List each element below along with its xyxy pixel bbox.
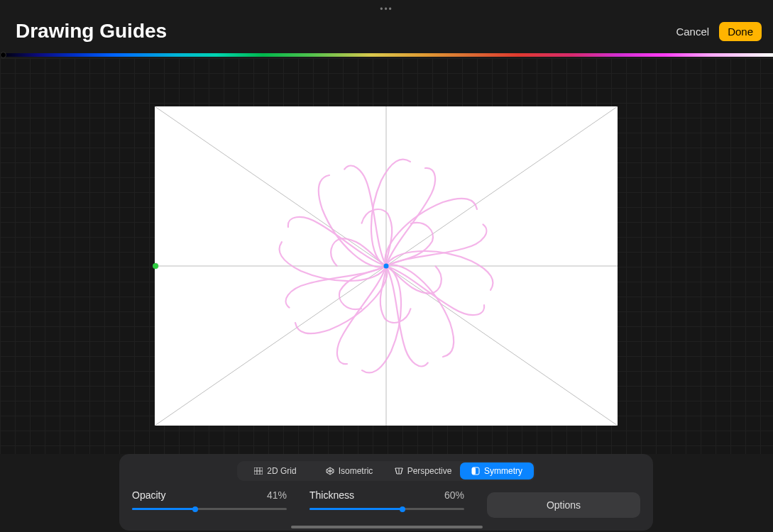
mode-label: Perspective (407, 466, 452, 476)
isometric-icon (326, 467, 334, 475)
done-button[interactable]: Done (719, 22, 762, 41)
center-node[interactable] (384, 264, 389, 269)
mode-2d-grid[interactable]: 2D Grid (239, 462, 312, 480)
opacity-label: Opacity (132, 489, 165, 501)
mode-symmetry[interactable]: Symmetry (460, 462, 534, 480)
grid-icon (254, 467, 263, 475)
symmetry-icon (471, 467, 480, 475)
thickness-label: Thickness (309, 489, 354, 501)
mode-label: Isometric (339, 466, 373, 476)
mode-perspective[interactable]: Perspective (386, 462, 460, 480)
mode-label: Symmetry (484, 466, 522, 476)
svg-rect-9 (472, 467, 476, 475)
mode-label: 2D Grid (267, 466, 296, 476)
opacity-slider-block: Opacity 41% (132, 489, 287, 510)
color-spectrum-thumb[interactable] (0, 52, 6, 58)
color-spectrum-slider[interactable] (0, 53, 773, 57)
mode-isometric[interactable]: Isometric (312, 462, 386, 480)
canvas[interactable] (155, 106, 618, 426)
options-button[interactable]: Options (487, 492, 640, 518)
page-title: Drawing Guides (16, 20, 167, 43)
thickness-slider-thumb[interactable] (400, 506, 405, 512)
opacity-slider[interactable] (132, 508, 287, 510)
thickness-value: 60% (444, 489, 464, 501)
canvas-drawing (155, 106, 618, 426)
footer-panel: 2D Grid Isometric Perspective Symmetry O… (119, 454, 653, 531)
thickness-slider[interactable] (309, 508, 464, 510)
guide-mode-segmented[interactable]: 2D Grid Isometric Perspective Symmetry (237, 461, 535, 481)
opacity-slider-thumb[interactable] (192, 506, 198, 512)
cancel-button[interactable]: Cancel (676, 26, 709, 38)
more-icon[interactable]: ••• (380, 4, 393, 14)
thickness-slider-block: Thickness 60% (309, 489, 464, 510)
opacity-value: 41% (267, 489, 287, 501)
edge-node[interactable] (153, 263, 158, 269)
home-indicator[interactable] (291, 526, 483, 528)
perspective-icon (395, 467, 403, 475)
